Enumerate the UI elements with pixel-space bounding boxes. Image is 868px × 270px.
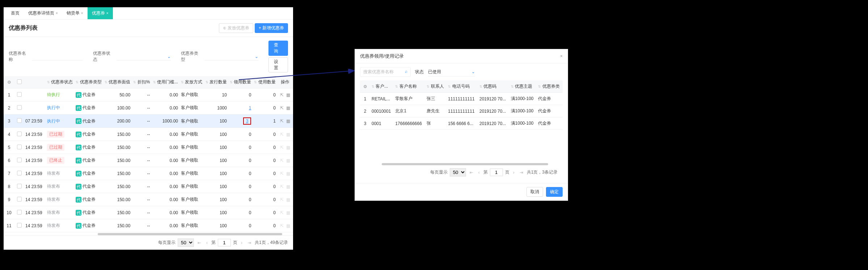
qr-icon[interactable]: ▦ [286,119,291,124]
usage-records-modal: 优惠券领用/使用记录 × 搜索优惠券名称 状态 已使用⌄ ⚙ ⇅ 客户... ⇅… [355,49,568,201]
qr-icon[interactable]: ▦ [286,132,291,137]
row-checkbox[interactable] [17,184,22,188]
table-row[interactable]: 200010001北京1唐先生111111111112019120 70...满… [360,105,563,117]
chevron-down-icon: ⌄ [255,54,258,59]
row-checkbox[interactable] [17,145,22,149]
prev-page-button[interactable]: ‹ [477,170,481,175]
claim-qty-link[interactable]: 3 [246,119,249,124]
table-row[interactable]: 1RETAIL...零散客户张三111111111112019120 70...… [360,93,563,105]
table-row[interactable]: 10 14 23:59 待发布 代代金券 150.00 -- 0.00 客户领取… [4,206,293,219]
share-icon: ⇱ [279,132,284,137]
status-badge: 待发布 [47,209,60,216]
table-row[interactable]: 4 14 23:59 已过期 代代金券 150.00 -- 0.00 客户领取 … [4,128,293,141]
tab-coupon[interactable]: 优惠券× [88,7,113,19]
qr-icon[interactable]: ▦ [286,145,291,150]
sort-icon[interactable]: ⇅ [76,80,79,84]
table-row[interactable]: 1 待执行 代代金券 50.00 -- 0.00 客户领取 10 0 0 ⇱▦ [4,88,293,101]
search-button[interactable]: 查询 [268,41,288,56]
cancel-button[interactable]: 取消 [526,187,543,197]
per-page-select[interactable]: 50 [450,168,466,176]
per-page-select[interactable]: 50 [178,238,194,247]
qr-icon[interactable]: ▦ [286,210,291,215]
close-icon[interactable]: × [56,11,58,15]
status-badge: 待发布 [47,183,60,190]
row-checkbox[interactable] [17,118,22,123]
qr-icon[interactable]: ▦ [286,197,291,202]
sort-icon[interactable]: ⇅ [511,85,514,88]
sort-icon[interactable]: ⇅ [479,85,482,88]
row-checkbox[interactable] [17,158,22,162]
sort-icon[interactable]: ⇅ [254,80,257,84]
share-icon[interactable]: ⇱ [279,119,284,124]
qr-icon[interactable]: ▦ [286,158,291,163]
table-row[interactable]: 3000117666666666张156 6666 6...2019120 70… [360,117,563,130]
issue-coupon-button[interactable]: ⊕ 发放优惠券 [219,23,253,33]
tab-home[interactable]: 首页 [7,7,24,19]
gear-icon[interactable]: ⚙ [363,84,367,89]
qr-icon[interactable]: ▦ [286,223,291,228]
sort-icon[interactable]: ⇅ [230,80,233,84]
sort-icon[interactable]: ⇅ [448,85,451,88]
close-icon[interactable]: × [106,11,109,15]
sort-icon[interactable]: ⇅ [395,85,398,88]
table-row[interactable]: 6 14 23:59 已终止 代代金券 150.00 -- 0.00 客户领取 … [4,154,293,167]
last-page-button[interactable]: ⇥ [518,170,525,175]
table-row[interactable]: 7 14 23:59 待发布 代代金券 150.00 -- 0.00 客户领取 … [4,167,293,180]
status-filter-select[interactable]: 已使用⌄ [428,68,475,76]
sort-icon[interactable]: ⇅ [105,80,107,84]
share-icon: ⇱ [279,197,284,202]
share-icon: ⇱ [279,171,284,176]
next-page-button[interactable]: › [240,240,244,245]
page-input[interactable] [490,169,503,176]
tab-sales-order[interactable]: 销货单× [62,7,88,19]
table-row[interactable]: 5 14 23:59 已过期 代代金券 150.00 -- 0.00 客户领取 … [4,141,293,154]
table-row[interactable]: 2 执行中 代代金券 100.00 -- 0.00 客户领取 1000 1 0 … [4,101,293,115]
first-page-button[interactable]: ⇤ [196,240,203,245]
sort-icon[interactable]: ⇅ [133,80,136,84]
row-checkbox[interactable] [17,197,22,202]
gear-icon[interactable]: ⚙ [7,80,11,85]
row-checkbox[interactable] [17,105,22,110]
share-icon[interactable]: ⇱ [279,105,284,111]
table-row[interactable]: 3 07 23:59 执行中 代代金券 200.00 -- 1000.00 客户… [4,115,293,128]
qr-icon[interactable]: ▦ [286,184,291,189]
sort-icon[interactable]: ⇅ [538,85,541,88]
sort-icon[interactable]: ⇅ [153,80,156,84]
table-row[interactable]: 8 14 23:59 待发布 代代金券 150.00 -- 0.00 客户领取 … [4,180,293,193]
share-icon[interactable]: ⇱ [279,92,284,97]
sort-icon[interactable]: ⇅ [47,80,50,84]
tab-coupon-detail[interactable]: 优惠券详情页× [24,7,62,19]
row-checkbox[interactable] [17,92,22,97]
search-coupon-input[interactable]: 搜索优惠券名称 [360,67,411,77]
share-icon: ⇱ [279,210,284,215]
filter-name-input[interactable] [32,53,83,61]
prev-page-button[interactable]: ‹ [205,240,209,245]
row-checkbox[interactable] [17,132,22,136]
first-page-button[interactable]: ⇤ [468,170,475,175]
qr-icon[interactable]: ▦ [286,92,291,97]
claim-qty-link[interactable]: 1 [249,105,251,111]
select-all-checkbox[interactable] [17,79,22,84]
sort-icon[interactable]: ⇅ [206,80,208,84]
add-coupon-button[interactable]: + 新增优惠券 [255,23,288,33]
qr-icon[interactable]: ▦ [286,171,291,176]
filter-status-select[interactable]: ⌄ [117,53,170,61]
table-row[interactable]: 9 14 23:59 待发布 代代金券 150.00 -- 0.00 客户领取 … [4,193,293,206]
sort-icon[interactable]: ⇅ [427,85,429,88]
status-badge: 待发布 [47,196,60,203]
close-icon[interactable]: × [81,11,83,15]
page-input[interactable] [218,239,231,246]
qr-icon[interactable]: ▦ [286,105,291,111]
ok-button[interactable]: 确定 [546,187,563,197]
sort-icon[interactable]: ⇅ [181,80,184,84]
last-page-button[interactable]: ⇥ [246,240,253,245]
filter-type-select[interactable]: ⌄ [204,53,258,61]
next-page-button[interactable]: › [512,170,516,175]
row-checkbox[interactable] [17,210,22,215]
table-row[interactable]: 11 14 23:59 待发布 代代金券 150.00 -- 0.00 客户领取… [4,219,293,232]
row-checkbox[interactable] [17,223,22,228]
sort-icon[interactable]: ⇅ [372,85,374,88]
settings-button[interactable]: 设置 [268,57,288,72]
close-icon[interactable]: × [560,54,563,59]
row-checkbox[interactable] [17,171,22,175]
